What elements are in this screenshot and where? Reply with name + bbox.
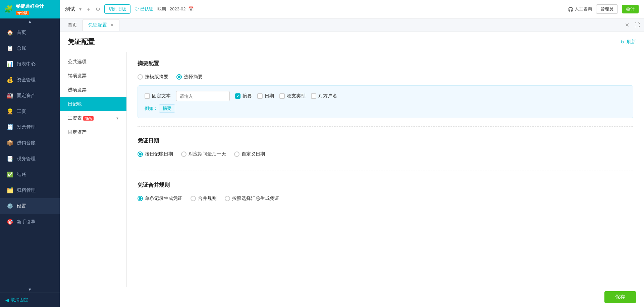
section-date-title: 凭证日期 <box>138 137 633 144</box>
add-company-btn[interactable]: ＋ <box>86 5 92 13</box>
radio-period-last-day[interactable]: 对应期间最后一天 <box>181 151 226 157</box>
radio-merge-rule[interactable]: 合并规则 <box>191 195 217 202</box>
tab-close-icon[interactable]: ✕ <box>110 23 114 28</box>
sidebar-scroll: 🏠 首页 📋 总账 📊 报表中心 💰 资金管理 🏭 固定资产 👷 工资 🧾 发票… <box>0 25 60 287</box>
left-nav-payroll[interactable]: 工资表 NEW ▾ <box>60 111 126 125</box>
close-account-icon: ✅ <box>7 171 13 178</box>
radio-single-record-label: 单条记录生成凭证 <box>145 195 182 202</box>
radio-summary-generate-label: 按照选择汇总生成凭证 <box>232 195 279 202</box>
reports-icon: 📊 <box>7 61 13 67</box>
left-nav-public[interactable]: 公共选项 <box>60 55 126 69</box>
sidebar-item-inout[interactable]: 📦 进销台账 <box>0 135 60 151</box>
tab-home-label: 首页 <box>68 22 77 28</box>
switch-old-version-btn[interactable]: 切到旧版 <box>104 4 130 14</box>
sidebar-item-settings[interactable]: ⚙️ 设置 <box>0 198 60 214</box>
tab-voucher-config[interactable]: 凭证配置 ✕ <box>83 19 119 31</box>
sidebar-item-tax-label: 税务管理 <box>17 156 36 162</box>
sidebar-item-payroll-label: 工资 <box>17 108 26 115</box>
save-button[interactable]: 保存 <box>604 291 636 303</box>
radio-custom-date-label: 自定义日期 <box>241 151 265 157</box>
left-nav-purchase-label: 进项发票 <box>68 87 87 92</box>
topbar: 测试 ▾ ＋ ⚙ 切到旧版 🛡 已认证 账期 2023-02 📅 🎧 人工咨询 … <box>60 0 644 18</box>
settings-gear-icon[interactable]: ⚙ <box>96 6 100 12</box>
left-nav-sales-invoice[interactable]: 销项发票 <box>60 69 126 83</box>
page-title: 凭证配置 <box>68 37 95 52</box>
sidebar-item-settings-label: 设置 <box>17 203 26 209</box>
sidebar-item-archive-label: 归档管理 <box>17 187 36 193</box>
radio-select-abstract[interactable]: 选择摘要 <box>176 74 203 80</box>
radio-diary-date-circle <box>138 151 143 157</box>
radio-merge-rule-label: 合并规则 <box>198 195 217 202</box>
tabbar: 首页 凭证配置 ✕ ✕ ⛶ <box>60 18 644 32</box>
expand-window-btn[interactable]: ⛶ <box>633 21 641 30</box>
radio-template-label: 按模版摘要 <box>145 74 168 80</box>
radio-select-circle <box>176 74 182 80</box>
company-dropdown-arrow[interactable]: ▾ <box>79 6 82 12</box>
left-nav-public-label: 公共选项 <box>68 59 87 64</box>
scroll-up-arrow[interactable]: ▲ <box>27 18 33 25</box>
consult-btn[interactable]: 🎧 人工咨询 <box>568 6 592 12</box>
sidebar-item-archive[interactable]: 🗂️ 归档管理 <box>0 182 60 198</box>
scroll-down-arrow[interactable]: ▼ <box>27 287 33 293</box>
archive-icon: 🗂️ <box>7 187 13 193</box>
sidebar-item-payroll[interactable]: 👷 工资 <box>0 103 60 119</box>
main-area: 测试 ▾ ＋ ⚙ 切到旧版 🛡 已认证 账期 2023-02 📅 🎧 人工咨询 … <box>60 0 644 307</box>
sidebar-item-reports[interactable]: 📊 报表中心 <box>0 56 60 72</box>
logo-sub: 专业版 <box>16 9 44 15</box>
close-window-btn[interactable]: ✕ <box>624 20 631 30</box>
certified-label: 已认证 <box>140 6 153 12</box>
radio-summary-generate-circle <box>225 196 230 201</box>
radio-diary-date-label: 按日记账日期 <box>145 151 173 157</box>
left-nav-fixed-assets[interactable]: 固定资产 <box>60 125 126 139</box>
sidebar-item-guide-label: 新手引导 <box>17 219 36 225</box>
logo-icon: 🧩 <box>4 5 13 14</box>
checkbox-date[interactable]: 日期 <box>257 93 274 99</box>
logo-text: 畅捷通好会计 <box>16 3 44 9</box>
left-nav-diary-label: 日记账 <box>68 101 82 106</box>
radio-single-record[interactable]: 单条记录生成凭证 <box>138 195 182 202</box>
tax-icon: 📑 <box>7 156 13 162</box>
radio-template-abstract[interactable]: 按模版摘要 <box>138 74 168 80</box>
merge-radio-group: 单条记录生成凭证 合并规则 按照选择汇总生成凭证 <box>138 195 633 202</box>
sidebar-item-guide[interactable]: 🎯 新手引导 <box>0 214 60 230</box>
radio-custom-date[interactable]: 自定义日期 <box>234 151 265 157</box>
radio-summary-generate[interactable]: 按照选择汇总生成凭证 <box>225 195 279 202</box>
abstract-radio-group: 按模版摘要 选择摘要 <box>138 74 633 80</box>
sidebar-item-fund[interactable]: 💰 资金管理 <box>0 72 60 88</box>
shield-icon: 🛡 <box>135 7 139 12</box>
refresh-icon: ↻ <box>621 39 625 45</box>
left-nav-purchase-invoice[interactable]: 进项发票 <box>60 83 126 97</box>
period-value: 2023-02 <box>170 6 186 11</box>
checkbox-counterpart-name[interactable]: 对方户名 <box>311 93 337 99</box>
payroll-icon: 👷 <box>7 108 13 115</box>
left-nav-diary[interactable]: 日记账 <box>60 97 126 111</box>
admin-btn[interactable]: 管理员 <box>596 4 618 14</box>
cancel-fixed-btn[interactable]: ◀ 取消固定 <box>0 293 60 307</box>
checkbox-fixed-text[interactable]: 固定文本 <box>145 93 171 99</box>
left-nav-sales-label: 销项发票 <box>68 73 87 78</box>
sidebar-item-invoice-label: 发票管理 <box>17 124 36 130</box>
assets-icon: 🏭 <box>7 92 13 99</box>
example-prefix: 例如： <box>145 106 158 111</box>
sidebar-item-close[interactable]: ✅ 结账 <box>0 167 60 182</box>
sidebar-item-inout-label: 进销台账 <box>17 140 36 146</box>
tab-home[interactable]: 首页 <box>62 19 83 31</box>
refresh-btn[interactable]: ↻ 刷新 <box>621 39 636 50</box>
checkbox-abstract-box: ✓ <box>235 93 240 99</box>
inout-icon: 📦 <box>7 140 13 146</box>
left-nav: 公共选项 销项发票 进项发票 日记账 工资表 NEW ▾ <box>60 52 127 287</box>
sidebar-item-ledger[interactable]: 📋 总账 <box>0 40 60 56</box>
page-header: 凭证配置 ↻ 刷新 <box>60 32 644 52</box>
checkbox-counterpart-name-box <box>311 93 316 99</box>
radio-diary-date[interactable]: 按日记账日期 <box>138 151 173 157</box>
checkbox-inout-type[interactable]: 收支类型 <box>279 93 306 99</box>
fixed-text-input[interactable] <box>176 91 230 101</box>
sidebar-item-invoice[interactable]: 🧾 发票管理 <box>0 119 60 135</box>
checkbox-abstract[interactable]: ✓ 摘要 <box>235 93 252 99</box>
sidebar-item-tax[interactable]: 📑 税务管理 <box>0 151 60 167</box>
accountant-btn[interactable]: 会计 <box>622 5 639 13</box>
fixed-text-label: 固定文本 <box>152 93 171 99</box>
content-area: 凭证配置 ↻ 刷新 公共选项 销项发票 进项发票 <box>60 32 644 307</box>
sidebar-item-home[interactable]: 🏠 首页 <box>0 25 60 40</box>
sidebar-item-assets[interactable]: 🏭 固定资产 <box>0 88 60 103</box>
